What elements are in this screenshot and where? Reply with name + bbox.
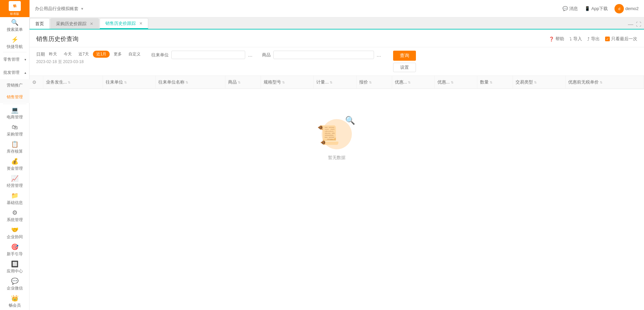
filter-row: 日期 昨天 今天 近7天 近1月 更多 自定义 2023-02-18 至 202… [36, 51, 637, 72]
th-qty[interactable]: 数量 ⇅ [477, 76, 513, 89]
topbar-dropdown-icon[interactable]: ▾ [81, 6, 83, 11]
goods-dots-btn[interactable]: ... [375, 52, 382, 58]
enterprise-icon: 🤝 [11, 226, 18, 234]
only-last-checkbox[interactable]: 只看最后一次 [605, 36, 637, 42]
sidebar-item-label: 资金管理 [7, 166, 23, 171]
sidebar-item-shortcut[interactable]: ⚡ 快捷导航 [0, 34, 30, 51]
sort-icon: ⇅ [534, 81, 537, 84]
sidebar-item-purchase[interactable]: 🛍 采购管理 [0, 122, 30, 139]
sidebar-item-sales-mgmt[interactable]: 销售管理 [0, 91, 30, 103]
data-table: ⚙ 业务发生... ⇅ 往来单位 ⇅ [30, 76, 644, 89]
sidebar-item-marketing[interactable]: 营销推广 [0, 79, 30, 91]
message-btn[interactable]: 💬 消息 [562, 6, 578, 12]
help-icon: ❓ [549, 37, 554, 42]
sidebar-item-apps[interactable]: 🔲 应用中心 [0, 259, 30, 276]
tab-purchase[interactable]: 采购历史价跟踪 ✕ [50, 18, 99, 29]
th-pre-tax[interactable]: 优惠前无税单价 ⇅ [566, 76, 644, 89]
th-unit[interactable]: 计量... ⇅ [314, 76, 356, 89]
th-partner-code[interactable]: 往来单位 ⇅ [103, 76, 155, 89]
th-discount2-label: 优惠... [437, 79, 450, 85]
sidebar-item-member[interactable]: 👑 畅会员 [0, 293, 30, 310]
sidebar-item-label: 快捷导航 [7, 44, 23, 50]
sidebar-item-ecommerce[interactable]: 💻 电商管理 [0, 105, 30, 122]
sort-icon: ⇅ [282, 81, 285, 84]
basic-icon: 📁 [11, 192, 18, 199]
tab-home[interactable]: 首页 [30, 18, 50, 29]
partner-input[interactable] [171, 51, 245, 59]
th-price-label: 报价 [359, 79, 368, 85]
sidebar-item-label: 库存核算 [7, 149, 23, 154]
date-btn-more[interactable]: 更多 [111, 51, 124, 58]
date-filter-group: 日期 昨天 今天 近7天 近1月 更多 自定义 2023-02-18 至 202… [36, 51, 143, 65]
filter-action-group: 查询 设置 [393, 51, 416, 72]
sidebar-item-finance[interactable]: 💰 资金管理 [0, 156, 30, 173]
th-trade-type[interactable]: 交易类型 ⇅ [513, 76, 566, 89]
th-discount2[interactable]: 优惠... ⇅ [434, 76, 477, 89]
sidebar-item-operations[interactable]: 📈 经营管理 [0, 173, 30, 190]
tab-sales-close[interactable]: ✕ [139, 21, 143, 26]
gear-icon[interactable]: ⚙ [32, 80, 37, 85]
goods-input-group: ... [273, 51, 382, 59]
th-biz-date[interactable]: 业务发生... ⇅ [43, 76, 103, 89]
tab-sales-label: 销售历史价跟踪 [105, 20, 136, 27]
shortcut-icon: ⚡ [11, 36, 18, 43]
message-label: 消息 [569, 6, 578, 12]
date-btn-custom[interactable]: 自定义 [126, 51, 143, 58]
empty-text: 暂无数据 [328, 155, 345, 161]
topbar: 办公用品行业模拟账套 ▾ 💬 消息 📱 App下载 d demo2 [30, 0, 644, 17]
divider [3, 52, 26, 52]
wechat-icon: 💬 [11, 277, 18, 285]
date-btn-yesterday[interactable]: 昨天 [46, 51, 60, 58]
logo[interactable]: 畅 标准版 [0, 0, 30, 17]
import-label: 导入 [573, 36, 582, 42]
th-price[interactable]: 报价 ⇅ [356, 76, 392, 89]
app-download-btn[interactable]: 📱 App下载 [585, 6, 608, 12]
partner-dots-btn[interactable]: ... [247, 52, 254, 58]
sidebar-item-search[interactable]: 🔍 搜索菜单 [0, 17, 30, 34]
th-partner-name[interactable]: 往来单位名称 ⇅ [155, 76, 225, 89]
help-btn[interactable]: ❓ 帮助 [549, 36, 564, 42]
sidebar-item-enterprise[interactable]: 🤝 企业协同 [0, 224, 30, 242]
tab-minimize-btn[interactable]: — [628, 21, 633, 28]
sidebar-item-newbie[interactable]: 🎯 新手引导 [0, 242, 30, 259]
divider [3, 104, 26, 104]
tab-maximize-btn[interactable]: ⛶ [636, 21, 641, 28]
date-btn-today[interactable]: 今天 [61, 51, 74, 58]
goods-input[interactable] [273, 51, 374, 59]
query-button[interactable]: 查询 [393, 51, 416, 61]
th-trade-type-label: 交易类型 [516, 79, 533, 85]
date-btn-1month[interactable]: 近1月 [93, 51, 110, 58]
export-btn[interactable]: ⤴ 导出 [587, 36, 600, 42]
user-avatar[interactable]: d demo2 [614, 4, 639, 13]
sidebar-item-retail[interactable]: 零售管理 ▾ [0, 53, 30, 66]
date-btn-7days[interactable]: 近7天 [76, 51, 92, 58]
sort-icon: ⇅ [238, 81, 240, 84]
sort-icon: ⇅ [124, 81, 127, 84]
filter-bar: 日期 昨天 今天 近7天 近1月 更多 自定义 2023-02-18 至 202… [30, 47, 644, 76]
th-goods[interactable]: 商品 ⇅ [225, 76, 261, 89]
th-pre-tax-label: 优惠前无税单价 [568, 79, 599, 85]
sidebar-item-label: 零售管理 [3, 57, 19, 62]
th-settings[interactable]: ⚙ [30, 76, 43, 89]
th-spec-label: 规格型号 [264, 79, 281, 85]
th-goods-label: 商品 [228, 79, 237, 85]
th-discount1[interactable]: 优惠... ⇅ [392, 76, 434, 89]
apps-icon: 🔲 [11, 260, 18, 268]
sidebar-item-label: 批发管理 [3, 70, 19, 75]
sidebar-item-wholesale[interactable]: 批发管理 ▴ [0, 66, 30, 79]
import-btn[interactable]: ⤵ 导入 [570, 36, 582, 42]
goods-filter-group: 商品 ... [262, 51, 382, 59]
topbar-right: 💬 消息 📱 App下载 d demo2 [562, 4, 639, 13]
only-last-label: 只看最后一次 [611, 36, 637, 42]
operations-icon: 📈 [11, 175, 18, 182]
sidebar-item-inventory[interactable]: 📋 库存核算 [0, 139, 30, 156]
tab-sales[interactable]: 销售历史价跟踪 ✕ [100, 18, 148, 29]
th-spec[interactable]: 规格型号 ⇅ [261, 76, 314, 89]
sidebar-item-basic[interactable]: 📁 基础信息 [0, 190, 30, 207]
sidebar-item-wechat[interactable]: 💬 企业微信 [0, 276, 30, 293]
settings-button[interactable]: 设置 [393, 63, 416, 72]
tab-home-label: 首页 [35, 21, 44, 27]
sidebar-item-system[interactable]: ⚙ 系统管理 [0, 207, 30, 224]
help-label: 帮助 [555, 36, 564, 42]
tab-purchase-close[interactable]: ✕ [90, 21, 93, 26]
